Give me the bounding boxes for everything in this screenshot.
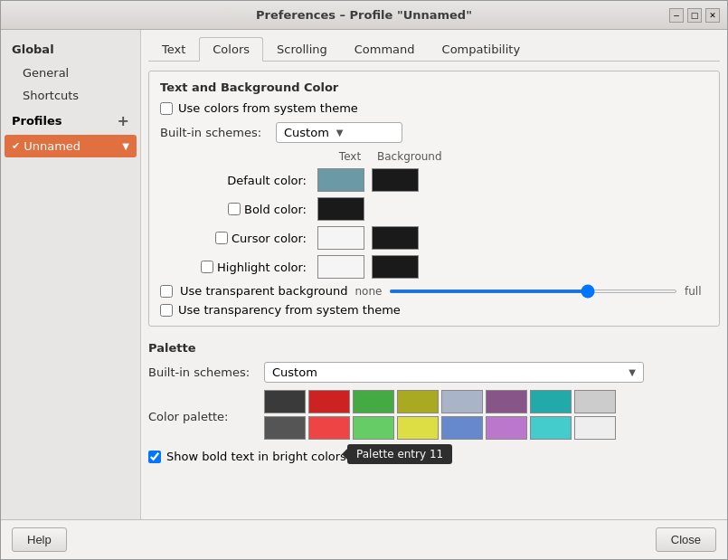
palette-color-4[interactable] <box>441 390 483 413</box>
color-palette-row: Color palette: <box>148 390 720 442</box>
tab-colors[interactable]: Colors <box>199 37 263 62</box>
slider-none-label: none <box>355 285 382 298</box>
tabs-bar: Text Colors Scrolling Command Compatibil… <box>148 37 720 62</box>
palette-color-14[interactable] <box>530 416 572 440</box>
palette-color-10[interactable] <box>353 416 394 440</box>
maximize-button[interactable]: □ <box>687 8 702 23</box>
builtin-schemes-label: Built-in schemes: <box>160 126 269 139</box>
highlight-color-row: Highlight color: <box>160 255 708 279</box>
palette-color-6[interactable] <box>530 390 572 413</box>
highlight-bg-color-button[interactable] <box>372 255 419 279</box>
palette-color-2[interactable] <box>353 390 394 413</box>
default-text-color-button[interactable] <box>317 168 364 192</box>
bold-text-color-button[interactable] <box>317 197 364 221</box>
close-button[interactable]: ✕ <box>705 8 720 23</box>
system-transparency-row: Use transparency from system theme <box>160 303 708 317</box>
main-content: Global General Shortcuts Profiles + ✔ Un… <box>1 30 727 519</box>
color-palette-label: Color palette: <box>148 410 257 423</box>
palette-color-1[interactable] <box>308 390 350 413</box>
palette-color-11[interactable] <box>397 416 439 440</box>
system-transparency-label: Use transparency from system theme <box>178 303 401 317</box>
show-bold-label: Show bold text in bright colors <box>166 450 346 463</box>
default-bg-color-button[interactable] <box>372 168 419 192</box>
palette-color-0[interactable] <box>264 390 306 413</box>
cursor-color-label: Cursor color: <box>160 232 314 245</box>
system-transparency-checkbox[interactable] <box>160 304 173 317</box>
palette-label-row: Color palette: <box>148 390 720 442</box>
sidebar-item-general[interactable]: General <box>1 62 140 84</box>
profile-arrow-icon[interactable]: ▼ <box>122 141 129 151</box>
bg-col-header: Background <box>377 150 431 163</box>
palette-color-7[interactable] <box>574 390 616 413</box>
profile-name-label: Unnamed <box>24 139 80 153</box>
transparent-bg-row: Use transparent background none full <box>160 284 708 298</box>
dropdown-arrow-icon: ▼ <box>336 128 344 138</box>
palette-color-12[interactable] <box>441 416 483 440</box>
tab-text[interactable]: Text <box>148 37 199 61</box>
palette-color-13[interactable] <box>486 416 527 440</box>
palette-color-9[interactable] <box>308 416 350 440</box>
palette-grid <box>264 390 616 442</box>
palette-builtin-label: Built-in schemes: <box>148 365 257 379</box>
bold-color-row: Bold color: <box>160 197 708 221</box>
bottom-bar: Help Close <box>1 519 727 559</box>
palette-builtin-value: Custom <box>272 365 621 379</box>
window-title: Preferences – Profile "Unnamed" <box>256 8 472 22</box>
tab-scrolling[interactable]: Scrolling <box>263 37 341 61</box>
help-button[interactable]: Help <box>12 527 67 552</box>
palette-row-2 <box>264 416 616 440</box>
tab-command[interactable]: Command <box>341 37 429 61</box>
use-system-colors-row: Use colors from system theme <box>160 101 708 115</box>
sidebar-profile-unnamed[interactable]: ✔ Unnamed ▼ <box>5 135 137 157</box>
use-system-colors-checkbox[interactable] <box>160 102 173 115</box>
bold-color-checkbox[interactable] <box>228 203 241 215</box>
palette-builtin-dropdown[interactable]: Custom ▼ <box>264 362 644 383</box>
sidebar-profiles-header: Profiles + <box>1 107 140 135</box>
transparent-bg-label: Use transparent background <box>180 284 347 298</box>
sidebar-global-header: Global <box>1 37 140 62</box>
close-button-bottom[interactable]: Close <box>656 527 716 552</box>
text-bg-section: Text and Background Color Use colors fro… <box>148 71 720 327</box>
palette-color-5[interactable] <box>486 390 527 413</box>
sidebar: Global General Shortcuts Profiles + ✔ Un… <box>1 30 141 519</box>
palette-color-8[interactable] <box>264 416 306 440</box>
palette-section: Palette Built-in schemes: Custom ▼ Color… <box>148 341 720 463</box>
palette-color-15[interactable] <box>574 416 616 440</box>
sidebar-item-shortcuts[interactable]: Shortcuts <box>1 84 140 107</box>
builtin-schemes-dropdown[interactable]: Custom ▼ <box>276 122 402 143</box>
titlebar: Preferences – Profile "Unnamed" − □ ✕ <box>1 1 727 30</box>
cursor-text-color-button[interactable] <box>317 226 364 250</box>
window-controls: − □ ✕ <box>669 8 720 23</box>
preferences-window: Preferences – Profile "Unnamed" − □ ✕ Gl… <box>0 0 728 560</box>
builtin-schemes-row: Built-in schemes: Custom ▼ <box>160 122 708 143</box>
transparency-slider-container <box>389 289 677 293</box>
palette-title: Palette <box>148 341 720 355</box>
color-headers-row: Text Background <box>160 150 708 163</box>
palette-dropdown-arrow-icon: ▼ <box>629 367 636 377</box>
main-panel: Text Colors Scrolling Command Compatibil… <box>141 30 727 519</box>
sidebar-profiles-label: Profiles <box>12 114 62 128</box>
cursor-color-checkbox[interactable] <box>215 232 228 244</box>
add-profile-button[interactable]: + <box>118 112 129 129</box>
palette-color-3[interactable] <box>397 390 439 413</box>
bold-color-label: Bold color: <box>160 203 314 216</box>
use-system-colors-label: Use colors from system theme <box>178 101 358 115</box>
cursor-bg-color-button[interactable] <box>372 226 419 250</box>
minimize-button[interactable]: − <box>669 8 684 23</box>
highlight-text-color-button[interactable] <box>317 255 364 279</box>
builtin-schemes-value: Custom <box>284 126 329 139</box>
palette-builtin-schemes-row: Built-in schemes: Custom ▼ <box>148 362 720 383</box>
show-bold-checkbox[interactable] <box>148 451 161 463</box>
palette-row-1 <box>264 390 616 413</box>
tab-compatibility[interactable]: Compatibility <box>429 37 534 61</box>
slider-full-label: full <box>685 285 708 298</box>
highlight-color-label: Highlight color: <box>160 261 314 274</box>
transparent-bg-checkbox[interactable] <box>160 285 173 298</box>
default-color-label: Default color: <box>160 174 314 187</box>
transparency-slider[interactable] <box>389 289 677 293</box>
profile-check-icon: ✔ <box>12 140 20 152</box>
text-bg-title: Text and Background Color <box>160 81 708 94</box>
default-color-row: Default color: <box>160 168 708 192</box>
highlight-color-checkbox[interactable] <box>201 261 213 273</box>
text-col-header: Text <box>323 150 377 163</box>
